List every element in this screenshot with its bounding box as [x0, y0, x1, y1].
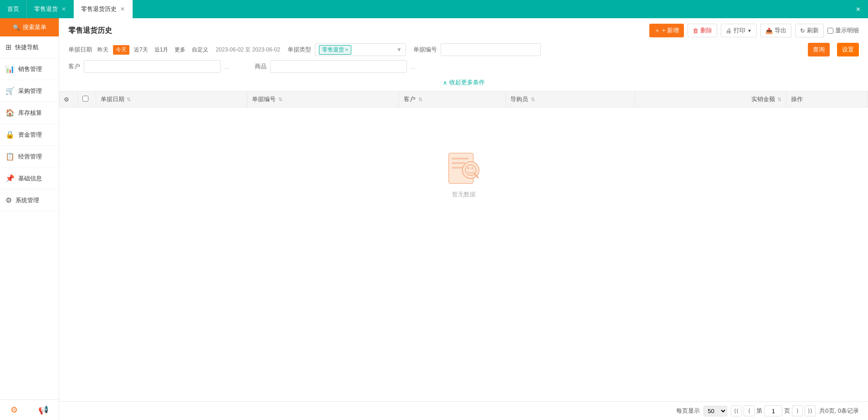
sidebar-item-label: 系统管理	[15, 196, 39, 205]
doc-no-input[interactable]	[441, 43, 541, 56]
sidebar-search[interactable]: 🔍 搜索菜单	[0, 18, 59, 36]
date-range-display: 2023-06-02 至 2023-06-02	[216, 46, 280, 54]
collapse-row: ∧ 收起更多条件	[68, 77, 859, 87]
new-button[interactable]: ＋ + 新增	[649, 24, 684, 37]
print-button[interactable]: 🖨 打印 ▼	[721, 24, 757, 37]
show-detail-checkbox[interactable]	[827, 28, 833, 34]
sidebar-menu: ⊞ 快捷导航 📊 销售管理 🛒 采购管理 🏠 库存核算 🔒 资金管理 📋	[0, 36, 59, 400]
date-btn-custom[interactable]: 自定义	[190, 46, 210, 54]
doc-type-select[interactable]: 零售退货 × ▼	[315, 43, 406, 56]
sidebar-item-label: 资金管理	[18, 131, 42, 139]
show-detail-checkbox-label[interactable]: 显示明细	[827, 26, 859, 35]
table-container: ⚙ 单据日期 ⇅ 单据编号 ⇅ 客户	[59, 92, 868, 401]
basic-info-icon: 📌	[5, 174, 15, 183]
operations-icon: 📋	[5, 152, 15, 161]
date-btn-today[interactable]: 今天	[113, 45, 129, 55]
date-btn-yesterday[interactable]: 昨天	[96, 46, 110, 54]
select-all-checkbox[interactable]	[82, 96, 88, 102]
filter-row-1: 单据日期 昨天 今天 近7天 近1月 更多 自定义 2023-06-02 至 2…	[68, 43, 859, 56]
th-action-label: 操作	[791, 96, 803, 102]
print-dropdown-icon: ▼	[747, 28, 752, 33]
tab-retail-return-history[interactable]: 零售退货历史 ✕	[74, 0, 133, 18]
th-guide-sort-icon[interactable]: ⇅	[531, 97, 535, 102]
svg-rect-2	[452, 162, 465, 164]
th-action: 操作	[786, 92, 868, 108]
doc-no-label: 单据编号	[413, 46, 437, 54]
tab-list: 首页 零售退货 ✕ 零售退货历史 ✕	[0, 0, 856, 18]
per-page-label: 每页显示	[676, 407, 700, 415]
prev-page-btn[interactable]: ⟨	[744, 405, 755, 416]
tab-retail-return-history-close[interactable]: ✕	[120, 6, 125, 12]
sidebar-item-sales[interactable]: 📊 销售管理	[0, 58, 59, 80]
sidebar-settings-btn[interactable]: ⚙	[10, 405, 18, 415]
page-title-row: 零售退货历史 ＋ + 新增 🗑 删除 🖨 打印 ▼	[68, 24, 859, 37]
sidebar-item-basic-info[interactable]: 📌 基础信息	[0, 168, 59, 190]
sidebar-search-label: 搜索菜单	[23, 23, 46, 31]
top-bar: 首页 零售退货 ✕ 零售退货历史 ✕ ✕	[0, 0, 868, 18]
query-button[interactable]: 查询	[808, 43, 830, 56]
print-label: 打印	[734, 26, 745, 35]
empty-text: 暂无数据	[452, 190, 476, 199]
th-no-sort-icon[interactable]: ⇅	[278, 97, 282, 102]
tab-retail-return-history-label: 零售退货历史	[81, 5, 117, 13]
customer-input[interactable]	[84, 60, 221, 73]
sidebar-item-inventory[interactable]: 🏠 库存核算	[0, 102, 59, 124]
th-guide-label: 导购员	[510, 96, 528, 102]
svg-point-8	[471, 167, 473, 169]
sidebar-item-quick-nav[interactable]: ⊞ 快捷导航	[0, 36, 59, 58]
tab-home[interactable]: 首页	[0, 0, 27, 18]
goods-input[interactable]	[270, 60, 407, 73]
doc-type-remove[interactable]: ×	[345, 47, 348, 52]
th-customer-sort-icon[interactable]: ⇅	[418, 97, 422, 102]
settings-filter-button[interactable]: 设置	[837, 43, 859, 56]
filter-row-2: 客户 ... 商品 ...	[68, 60, 859, 73]
sidebar-item-system[interactable]: ⚙ 系统管理	[0, 190, 59, 211]
toolbar: ＋ + 新增 🗑 删除 🖨 打印 ▼ 📤 导出	[649, 24, 859, 37]
sidebar-item-label: 基础信息	[18, 174, 42, 183]
topbar-close-btn[interactable]: ✕	[856, 6, 868, 13]
per-page-select[interactable]: 10 20 50 100	[704, 406, 727, 416]
export-icon: 📤	[765, 27, 773, 34]
sidebar-item-label: 库存核算	[18, 109, 42, 117]
th-no: 单据编号 ⇅	[247, 92, 399, 108]
delete-icon: 🗑	[693, 27, 699, 34]
sidebar-item-purchase[interactable]: 🛒 采购管理	[0, 80, 59, 102]
th-checkbox[interactable]	[77, 92, 96, 108]
show-detail-label: 显示明细	[835, 26, 859, 35]
content-area: 零售退货历史 ＋ + 新增 🗑 删除 🖨 打印 ▼	[59, 18, 868, 420]
date-btn-1month[interactable]: 近1月	[153, 46, 170, 54]
tab-retail-return[interactable]: 零售退货 ✕	[27, 0, 74, 18]
sidebar-item-label: 经营管理	[18, 153, 42, 161]
export-button[interactable]: 📤 导出	[760, 24, 791, 37]
collapse-button[interactable]: ∧ 收起更多条件	[443, 78, 485, 87]
purchase-icon: 🛒	[5, 87, 15, 95]
refresh-label: 刷新	[807, 26, 819, 35]
date-btn-7days[interactable]: 近7天	[132, 46, 150, 54]
total-label: 共0页, 0条记录	[819, 407, 859, 415]
empty-icon	[441, 144, 487, 185]
tab-retail-return-label: 零售退货	[34, 5, 58, 13]
search-icon: 🔍	[13, 24, 20, 31]
inventory-icon: 🏠	[5, 108, 15, 117]
last-page-btn[interactable]: ⟩⟩	[805, 405, 816, 416]
sidebar-item-finance[interactable]: 🔒 资金管理	[0, 124, 59, 146]
th-settings[interactable]: ⚙	[59, 92, 77, 108]
th-amount-sort-icon[interactable]: ⇅	[777, 97, 781, 102]
sidebar-speaker-btn[interactable]: 📢	[38, 405, 48, 415]
empty-state: 暂无数据	[59, 108, 868, 235]
main-layout: 🔍 搜索菜单 ⊞ 快捷导航 📊 销售管理 🛒 采购管理 🏠 库存核算 🔒	[0, 18, 868, 420]
th-date-sort-icon[interactable]: ⇅	[127, 97, 131, 102]
page-input[interactable]	[764, 405, 782, 416]
settings-filter-label: 设置	[842, 46, 854, 54]
collapse-icon: ∧	[443, 79, 447, 86]
refresh-button[interactable]: ↻ 刷新	[795, 24, 824, 37]
page-title: 零售退货历史	[68, 26, 112, 36]
page-header: 零售退货历史 ＋ + 新增 🗑 删除 🖨 打印 ▼	[59, 18, 868, 92]
first-page-btn[interactable]: ⟨⟨	[731, 405, 742, 416]
sidebar-item-operations[interactable]: 📋 经营管理	[0, 146, 59, 168]
date-btn-more[interactable]: 更多	[173, 46, 187, 54]
delete-button[interactable]: 🗑 删除	[688, 24, 717, 37]
next-page-btn[interactable]: ⟩	[792, 405, 803, 416]
date-filter-group: 单据日期 昨天 今天 近7天 近1月 更多 自定义 2023-06-02 至 2…	[68, 45, 280, 55]
tab-retail-return-close[interactable]: ✕	[62, 6, 66, 12]
